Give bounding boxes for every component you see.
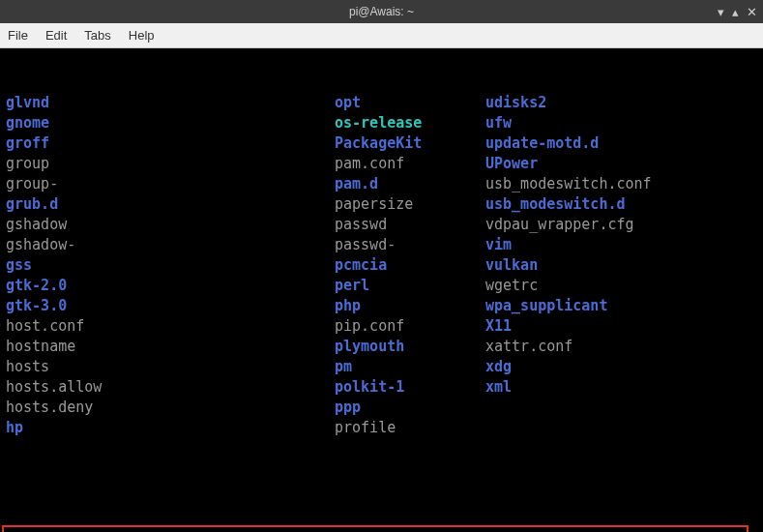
file-listing: glvndoptudisks2gnomeos-releaseufwgroffPa… bbox=[6, 93, 757, 438]
listing-row: gtk-3.0phpwpa_supplicant bbox=[6, 296, 757, 316]
listing-entry: group bbox=[6, 154, 335, 174]
listing-row: host.confpip.confX11 bbox=[6, 316, 757, 337]
listing-entry: ppp bbox=[335, 398, 485, 418]
listing-entry: pm bbox=[335, 357, 485, 377]
listing-entry: opt bbox=[335, 93, 485, 113]
listing-row: grub.dpapersizeusb_modeswitch.d bbox=[6, 194, 757, 215]
listing-entry: wgetrc bbox=[485, 276, 538, 296]
listing-entry: php bbox=[335, 296, 485, 316]
listing-entry: hosts bbox=[6, 357, 335, 377]
listing-entry: udisks2 bbox=[485, 93, 546, 113]
listing-entry: xdg bbox=[485, 357, 512, 377]
listing-row: gtk-2.0perlwgetrc bbox=[6, 276, 757, 296]
menu-edit[interactable]: Edit bbox=[45, 28, 67, 43]
listing-entry: pip.conf bbox=[335, 316, 485, 337]
listing-row: grouppam.confUPower bbox=[6, 154, 757, 174]
close-icon[interactable]: ✕ bbox=[747, 5, 757, 19]
listing-entry: pcmcia bbox=[335, 255, 485, 276]
listing-entry: UPower bbox=[485, 154, 538, 174]
listing-entry: hostname bbox=[6, 337, 335, 357]
listing-entry: usb_modeswitch.d bbox=[485, 194, 626, 215]
window-title: pi@Awais: ~ bbox=[349, 5, 414, 18]
titlebar: pi@Awais: ~ ▾ ▴ ✕ bbox=[0, 0, 763, 23]
listing-entry: papersize bbox=[335, 194, 485, 215]
listing-entry: X11 bbox=[485, 316, 512, 337]
listing-entry: wpa_supplicant bbox=[485, 296, 607, 316]
listing-entry: passwd bbox=[335, 215, 485, 235]
listing-entry: gtk-2.0 bbox=[6, 276, 335, 296]
listing-entry: xml bbox=[485, 377, 512, 398]
listing-row: hosts.denyppp bbox=[6, 398, 757, 418]
listing-entry: hp bbox=[6, 418, 335, 438]
listing-entry: passwd- bbox=[335, 235, 485, 255]
listing-row: glvndoptudisks2 bbox=[6, 93, 757, 113]
listing-entry: grub.d bbox=[6, 194, 335, 215]
terminal[interactable]: glvndoptudisks2gnomeos-releaseufwgroffPa… bbox=[0, 48, 763, 532]
listing-entry: os-release bbox=[335, 113, 485, 133]
listing-row: groffPackageKitupdate-motd.d bbox=[6, 133, 757, 154]
listing-entry: groff bbox=[6, 133, 335, 154]
listing-entry: gnome bbox=[6, 113, 335, 133]
listing-entry: vdpau_wrapper.cfg bbox=[485, 215, 634, 235]
listing-entry: PackageKit bbox=[335, 133, 485, 154]
var-highlight-box: /var: backupsliblockmailrunspool cachelo… bbox=[2, 525, 748, 532]
listing-row: hpprofile bbox=[6, 418, 757, 438]
listing-entry: glvnd bbox=[6, 93, 335, 113]
listing-entry: hosts.deny bbox=[6, 398, 335, 418]
menu-help[interactable]: Help bbox=[129, 28, 155, 43]
listing-entry: host.conf bbox=[6, 316, 335, 337]
listing-entry: gshadow- bbox=[6, 235, 335, 255]
listing-entry: polkit-1 bbox=[335, 377, 485, 398]
listing-entry: hosts.allow bbox=[6, 377, 335, 398]
maximize-icon[interactable]: ▴ bbox=[732, 5, 739, 19]
listing-entry: profile bbox=[335, 418, 485, 438]
listing-entry: pam.conf bbox=[335, 154, 485, 174]
listing-entry: update-motd.d bbox=[485, 133, 599, 154]
listing-entry: ufw bbox=[485, 113, 512, 133]
listing-row: gshadowpasswdvdpau_wrapper.cfg bbox=[6, 215, 757, 235]
listing-entry: usb_modeswitch.conf bbox=[485, 174, 652, 194]
listing-row: gshadow-passwd-vim bbox=[6, 235, 757, 255]
listing-entry: vulkan bbox=[485, 255, 538, 276]
listing-row: gnomeos-releaseufw bbox=[6, 113, 757, 133]
menu-tabs[interactable]: Tabs bbox=[84, 28, 110, 43]
minimize-icon[interactable]: ▾ bbox=[718, 5, 724, 19]
window-controls: ▾ ▴ ✕ bbox=[718, 5, 757, 19]
listing-entry: gss bbox=[6, 255, 335, 276]
menubar: File Edit Tabs Help bbox=[0, 23, 763, 48]
listing-entry: gtk-3.0 bbox=[6, 296, 335, 316]
listing-entry: group- bbox=[6, 174, 335, 194]
listing-row: group-pam.dusb_modeswitch.conf bbox=[6, 174, 757, 194]
listing-entry: xattr.conf bbox=[485, 337, 572, 357]
listing-row: hosts.allowpolkit-1xml bbox=[6, 377, 757, 398]
menu-file[interactable]: File bbox=[8, 28, 28, 43]
listing-entry: pam.d bbox=[335, 174, 485, 194]
listing-entry: gshadow bbox=[6, 215, 335, 235]
listing-row: hostnameplymouthxattr.conf bbox=[6, 337, 757, 357]
listing-entry: vim bbox=[485, 235, 512, 255]
listing-entry: plymouth bbox=[335, 337, 485, 357]
listing-entry: perl bbox=[335, 276, 485, 296]
listing-row: hostspmxdg bbox=[6, 357, 757, 377]
listing-row: gsspcmciavulkan bbox=[6, 255, 757, 276]
